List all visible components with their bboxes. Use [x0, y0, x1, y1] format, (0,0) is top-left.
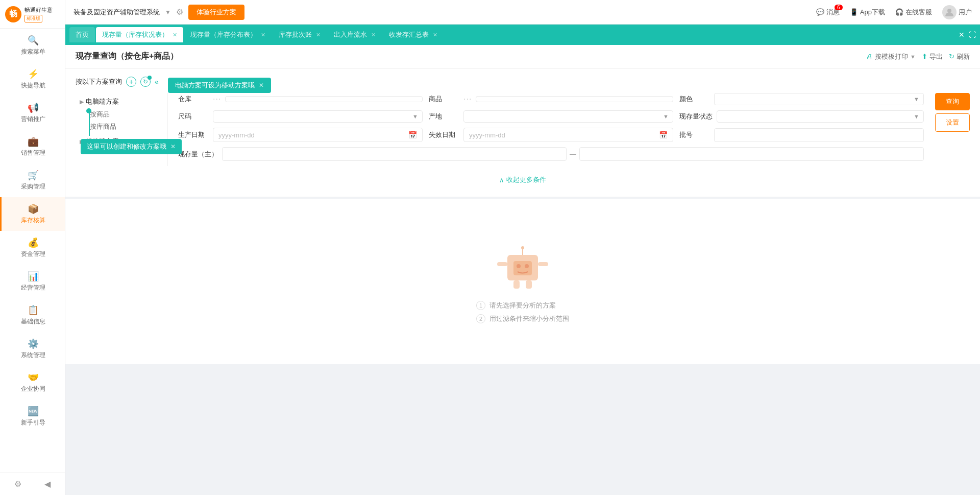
- sidebar-item-sales[interactable]: 💼 销售管理: [0, 130, 65, 163]
- stock-main-separator: —: [570, 150, 576, 158]
- sidebar-item-inventory[interactable]: 📦 库存核算: [0, 197, 65, 231]
- basic-icon: 📋: [28, 304, 39, 316]
- production-date-label: 生产日期: [178, 130, 209, 139]
- export-icon: ⬆: [922, 53, 927, 60]
- marketing-icon: 📢: [28, 102, 39, 113]
- filter-section: 按以下方案查询 + ↻ « 电脑方案可设为移动方案哦 ✕: [65, 68, 980, 197]
- tab-stock-batch[interactable]: 库存批次账 ✕: [273, 27, 327, 42]
- tab-inout-flow[interactable]: 出入库流水 ✕: [328, 27, 382, 42]
- desktop-scheme-item[interactable]: ▶ 电脑端方案: [76, 95, 167, 108]
- filter-add-scheme-btn[interactable]: +: [126, 77, 136, 87]
- sidebar-item-finance[interactable]: 💰 资金管理: [0, 231, 65, 265]
- batch-input[interactable]: [714, 128, 924, 142]
- notifications-btn[interactable]: 💬 消息 6: [816, 8, 840, 17]
- header-right: 💬 消息 6 📱 App下载 🎧 在线客服 用户: [816, 5, 972, 19]
- online-support-btn[interactable]: 🎧 在线客服: [895, 8, 932, 17]
- logo-icon: 畅: [5, 6, 21, 22]
- sidebar-item-system[interactable]: ⚙️ 系统管理: [0, 332, 65, 366]
- origin-select[interactable]: ▼: [463, 110, 673, 123]
- expiry-date-input[interactable]: yyyy-mm-dd 📅: [463, 128, 673, 142]
- scheme-sub-item[interactable]: 按商品: [86, 108, 167, 121]
- tab-stock-dist[interactable]: 现存量（库存分布表） ✕: [184, 27, 272, 42]
- color-field: 颜色 ▼: [679, 93, 924, 105]
- size-select-arrow: ▼: [412, 113, 418, 120]
- reset-btn[interactable]: 设置: [935, 113, 970, 132]
- color-select[interactable]: ▼: [714, 93, 924, 105]
- color-label: 颜色: [679, 95, 710, 104]
- tab-summary[interactable]: 收发存汇总表 ✕: [383, 27, 444, 42]
- empty-hint-1: 1 请先选择要分析的方案: [476, 301, 569, 310]
- stock-main-max-input[interactable]: [579, 147, 924, 161]
- tab-bar: 首页 现存量（库存状况表） ✕ 现存量（库存分布表） ✕ 库存批次账 ✕ 出入库…: [65, 25, 980, 45]
- message-icon: 💬: [816, 8, 824, 16]
- origin-label: 产地: [429, 112, 459, 121]
- notification-badge: 6: [835, 5, 843, 10]
- search-btn[interactable]: 查询: [935, 93, 970, 110]
- tab-close-stock-batch[interactable]: ✕: [316, 32, 321, 38]
- collapse-btn[interactable]: ∧ 收起更多条件: [76, 171, 970, 188]
- sidebar-item-cooperation[interactable]: 🤝 企业协同: [0, 366, 65, 399]
- header-app-name: 装备及固定资产辅助管理系统: [74, 8, 160, 17]
- app-download-btn[interactable]: 📱 App下载: [850, 8, 885, 17]
- size-select[interactable]: ▼: [213, 110, 423, 123]
- hint-num-1: 1: [476, 301, 485, 310]
- sidebar-item-guide[interactable]: 🆕 新手引导: [0, 399, 65, 433]
- size-field: 尺码 ▼: [178, 110, 423, 123]
- goods-select[interactable]: [476, 96, 673, 102]
- edit-tooltip-close[interactable]: ✕: [170, 143, 176, 150]
- svg-rect-10: [526, 280, 532, 289]
- print-dropdown-arrow[interactable]: ▼: [910, 54, 916, 60]
- system-icon: ⚙️: [28, 338, 39, 349]
- sidebar-item-basic[interactable]: 📋 基础信息: [0, 298, 65, 332]
- sidebar-item-operations[interactable]: 📊 经营管理: [0, 265, 65, 298]
- phone-icon: 📱: [850, 8, 858, 16]
- sidebar-item-search[interactable]: 🔍 搜索菜单: [0, 29, 65, 62]
- sidebar-item-marketing[interactable]: 📢 营销推广: [0, 96, 65, 130]
- warehouse-field: 仓库 ···: [178, 93, 423, 105]
- production-date-input[interactable]: yyyy-mm-dd 📅: [213, 128, 423, 142]
- print-icon: 🖨: [866, 53, 873, 60]
- industry-plan-btn[interactable]: 体验行业方案: [188, 5, 244, 20]
- filter-header: 按以下方案查询 + ↻ « 电脑方案可设为移动方案哦 ✕: [76, 77, 970, 87]
- scheme-sub-item2[interactable]: 按库商品: [86, 121, 167, 133]
- filter-back-btn[interactable]: «: [155, 78, 159, 86]
- tab-stock-status[interactable]: 现存量（库存状况表） ✕: [96, 27, 183, 42]
- collapse-arrow-icon: ∧: [499, 176, 504, 184]
- filter-refresh-btn[interactable]: ↻: [140, 77, 151, 87]
- export-btn[interactable]: ⬆ 导出: [922, 52, 943, 61]
- refresh-btn[interactable]: ↻ 刷新: [949, 52, 970, 61]
- header-dropdown-arrow[interactable]: ▼: [165, 9, 171, 16]
- stock-status-select[interactable]: ▼: [717, 110, 924, 123]
- sidebar-settings-btn[interactable]: ⚙: [14, 479, 21, 489]
- goods-field: 商品 ···: [429, 93, 673, 105]
- template-print-btn[interactable]: 🖨 按模板打印 ▼: [866, 52, 916, 61]
- empty-state: 1 请先选择要分析的方案 2 用过滤条件来缩小分析范围: [65, 199, 980, 364]
- quicknav-icon: ⚡: [28, 68, 39, 80]
- origin-field: 产地 ▼: [429, 110, 673, 123]
- warehouse-select[interactable]: [225, 96, 423, 102]
- user-area[interactable]: 用户: [942, 5, 972, 19]
- expiry-date-calendar-icon: 📅: [659, 131, 668, 139]
- warehouse-dots: ···: [213, 95, 221, 104]
- empty-hints: 1 请先选择要分析的方案 2 用过滤条件来缩小分析范围: [476, 301, 569, 323]
- sales-icon: 💼: [28, 136, 39, 147]
- sidebar-item-quicknav[interactable]: ⚡ 快捷导航: [0, 62, 65, 96]
- sidebar-nav: 🔍 搜索菜单 ⚡ 快捷导航 📢 营销推广 💼 销售管理 🛒 采购管理 📦 库存核…: [0, 29, 65, 473]
- finance-icon: 💰: [28, 237, 39, 248]
- sidebar-item-purchase[interactable]: 🛒 采购管理: [0, 163, 65, 197]
- stock-main-label: 现存量（主）: [178, 150, 218, 159]
- header-left: 装备及固定资产辅助管理系统 ▼ ⚙ 体验行业方案: [74, 5, 244, 20]
- tab-home[interactable]: 首页: [69, 27, 95, 42]
- guide-icon: 🆕: [28, 406, 39, 417]
- tab-close-stock-dist[interactable]: ✕: [261, 32, 265, 38]
- tab-close-inout-flow[interactable]: ✕: [371, 32, 376, 38]
- header-settings-btn[interactable]: ⚙: [176, 7, 183, 17]
- stock-main-min-input[interactable]: [222, 147, 567, 161]
- tab-close-summary[interactable]: ✕: [433, 32, 437, 38]
- scheme-tooltip-close[interactable]: ✕: [259, 82, 264, 89]
- tab-close-stock-status[interactable]: ✕: [173, 32, 177, 38]
- sidebar: 畅 畅通好生意 标准版 🔍 搜索菜单 ⚡ 快捷导航 📢 营销推广 💼 销售管理 …: [0, 0, 65, 495]
- tab-close-all-btn[interactable]: ✕: [959, 31, 965, 39]
- tab-fullscreen-btn[interactable]: ⛶: [969, 31, 976, 39]
- sidebar-collapse-btn[interactable]: ◀: [44, 479, 51, 489]
